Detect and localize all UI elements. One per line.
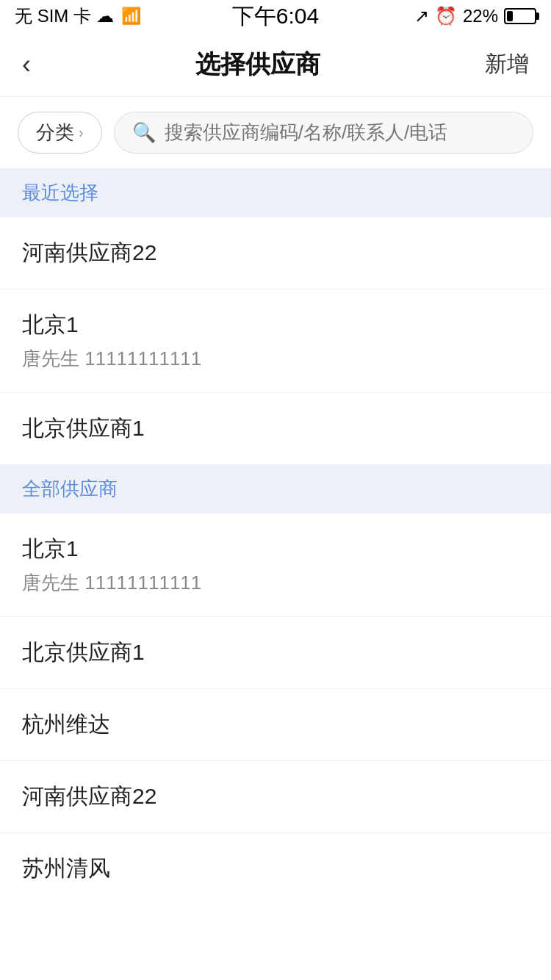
list-item[interactable]: 河南供应商22 bbox=[0, 761, 551, 833]
search-icon: 🔍 bbox=[132, 121, 156, 144]
chevron-right-icon: › bbox=[79, 124, 84, 141]
status-time: 下午6:04 bbox=[232, 1, 319, 32]
list-item[interactable]: 北京供应商1 bbox=[0, 617, 551, 689]
supplier-sub: 唐先生 11111111111 bbox=[22, 570, 529, 596]
filter-row: 分类 › 🔍 bbox=[0, 97, 551, 168]
supplier-name: 北京供应商1 bbox=[22, 638, 529, 668]
page-title: 选择供应商 bbox=[195, 48, 320, 82]
supplier-name: 苏州清风 bbox=[22, 854, 529, 884]
list-item[interactable]: 河南供应商22 bbox=[0, 217, 551, 289]
list-item[interactable]: 北京1唐先生 11111111111 bbox=[0, 514, 551, 617]
list-item[interactable]: 北京1唐先生 11111111111 bbox=[0, 289, 551, 393]
supplier-name: 河南供应商22 bbox=[22, 238, 529, 268]
search-input[interactable] bbox=[165, 121, 515, 144]
add-button[interactable]: 新增 bbox=[485, 49, 529, 79]
all-section-header: 全部供应商 bbox=[0, 464, 551, 514]
battery-bar bbox=[504, 8, 536, 24]
battery-percent: 22% bbox=[463, 6, 498, 26]
supplier-name: 北京1 bbox=[22, 310, 529, 340]
status-left: 无 SIM 卡 ☁ 📶 bbox=[15, 4, 141, 28]
category-label: 分类 bbox=[36, 120, 74, 145]
supplier-sub: 唐先生 11111111111 bbox=[22, 346, 529, 372]
recent-supplier-list: 河南供应商22北京1唐先生 11111111111北京供应商1 bbox=[0, 217, 551, 464]
list-item[interactable]: 北京供应商1 bbox=[0, 393, 551, 464]
back-button[interactable]: ‹ bbox=[22, 49, 31, 80]
recent-section-header: 最近选择 bbox=[0, 168, 551, 217]
alarm-icon: ⏰ bbox=[435, 6, 457, 26]
category-button[interactable]: 分类 › bbox=[18, 112, 102, 154]
location-icon: ↗ bbox=[414, 6, 429, 26]
supplier-name: 杭州维达 bbox=[22, 710, 529, 740]
recent-section-label: 最近选择 bbox=[22, 181, 98, 203]
supplier-name: 河南供应商22 bbox=[22, 782, 529, 812]
list-item[interactable]: 杭州维达 bbox=[0, 689, 551, 761]
supplier-name: 北京1 bbox=[22, 534, 529, 564]
status-right: ↗ ⏰ 22% bbox=[414, 6, 536, 26]
all-section-label: 全部供应商 bbox=[22, 478, 118, 500]
status-bar: 无 SIM 卡 ☁ 📶 下午6:04 ↗ ⏰ 22% bbox=[0, 0, 551, 32]
list-item[interactable]: 苏州清风 bbox=[0, 833, 551, 904]
search-box[interactable]: 🔍 bbox=[114, 112, 533, 154]
nav-bar: ‹ 选择供应商 新增 bbox=[0, 32, 551, 97]
sim-status: 无 SIM 卡 ☁ bbox=[15, 4, 114, 28]
supplier-name: 北京供应商1 bbox=[22, 414, 529, 444]
all-supplier-list: 北京1唐先生 11111111111北京供应商1杭州维达河南供应商22苏州清风 bbox=[0, 514, 551, 904]
battery-fill bbox=[507, 11, 513, 21]
wifi-icon: 📶 bbox=[121, 7, 141, 26]
